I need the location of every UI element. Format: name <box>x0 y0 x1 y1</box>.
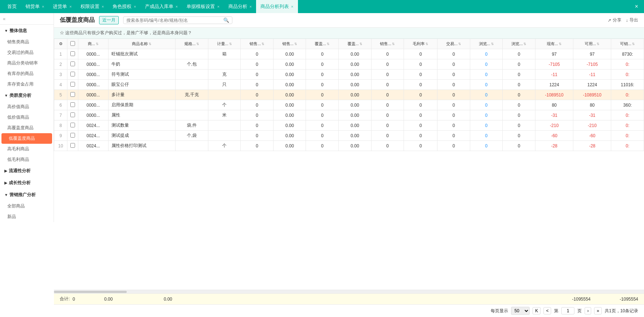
sidebar-section-cluster[interactable]: ▼ 类群度分析 <box>0 90 54 102</box>
nav-tab-analysis-list[interactable]: 商品分析列表 × <box>256 0 298 13</box>
row-c2: 0.00 <box>338 70 371 80</box>
row-browse1[interactable]: 0 <box>470 70 503 80</box>
row-s1: 0 <box>241 141 274 151</box>
table-row: 1 0000... 旺铺批次测试 箱 0 0.00 0 0.00 0 0 0 0… <box>54 49 644 59</box>
table-row: 5 0000... 多计量 克,千克 0 0.00 0 0.00 0 0 0 0… <box>54 90 644 100</box>
table-row: 4 0000... 眼宝公仔 只 0 0.00 0 0.00 0 0 0 0 0… <box>54 80 644 90</box>
sidebar-section-circulation[interactable]: ▶ 流通性分析 <box>0 165 54 177</box>
sidebar-item-new-goods[interactable]: 新品 <box>0 211 54 222</box>
nav-tab-purchase[interactable]: 进货单 × <box>48 0 76 13</box>
page-number-input[interactable] <box>561 307 574 314</box>
checkbox-header[interactable] <box>67 39 78 49</box>
close-icon[interactable]: × <box>176 4 178 9</box>
row-stock1: -1089510 <box>535 90 573 100</box>
row-checkbox[interactable] <box>67 100 78 110</box>
nav-tab-roles[interactable]: 角色授权 × <box>108 0 140 13</box>
table-footer: 合计: 0 0.00 0.00 -1095554 -1095554 <box>54 293 644 304</box>
scroll-thumb[interactable] <box>54 291 127 293</box>
export-icon: ↓ <box>626 18 628 23</box>
row-browse1[interactable]: 0 <box>470 131 503 141</box>
horizontal-scrollbar[interactable] <box>54 290 644 293</box>
row-checkbox[interactable] <box>67 120 78 131</box>
row-checkbox[interactable] <box>67 131 78 141</box>
nav-tab-home[interactable]: 首页 <box>3 0 21 13</box>
row-checkbox[interactable] <box>67 80 78 90</box>
close-icon[interactable]: × <box>42 4 44 9</box>
row-stock2: 80 <box>573 100 611 110</box>
sidebar-section-marketing[interactable]: ▼ 营销推广分析 <box>0 189 54 201</box>
settings-header[interactable]: ⚙ <box>54 39 67 49</box>
row-browse1[interactable]: 0 <box>470 141 503 151</box>
row-stock1: 1224 <box>535 80 573 90</box>
close-icon[interactable]: × <box>291 4 293 9</box>
search-input[interactable] <box>126 18 223 23</box>
row-spec: 克,千克 <box>176 90 208 100</box>
sidebar-item-high-margin[interactable]: 高毛利商品 <box>0 144 54 154</box>
table-row: 6 0000... 启用保质期 个 0 0.00 0 0.00 0 0 0 0 … <box>54 100 644 110</box>
select-all-checkbox[interactable] <box>70 41 75 46</box>
row-checkbox[interactable] <box>67 141 78 151</box>
row-browse2: 0 <box>503 90 535 100</box>
sidebar-item-traded-goods[interactable]: 交易过的商品 <box>0 47 54 58</box>
next-page-button[interactable]: › <box>585 307 591 314</box>
row-stock2: -1089510 <box>573 90 611 100</box>
close-icon[interactable]: × <box>69 4 71 9</box>
row-checkbox[interactable] <box>67 90 78 100</box>
row-spec <box>176 141 208 151</box>
row-checkbox[interactable] <box>67 70 78 80</box>
sidebar-item-low-value[interactable]: 低价值商品 <box>0 112 54 123</box>
nav-tab-permissions[interactable]: 权限设置 × <box>76 0 108 13</box>
sidebar-section-overall[interactable]: ▼ 整体信息 <box>0 25 54 37</box>
row-browse2: 0 <box>503 49 535 59</box>
sidebar-item-low-coverage[interactable]: 低覆盖度商品 <box>1 133 52 144</box>
last-page-button[interactable]: » <box>594 307 602 314</box>
row-browse1[interactable]: 0 <box>470 59 503 70</box>
row-profit: 0 <box>404 120 437 131</box>
sidebar-item-all-goods[interactable]: 全部商品 <box>0 201 54 211</box>
nav-tab-warehouse[interactable]: 产成品入库单 × <box>141 0 182 13</box>
sidebar-item-stock-capital[interactable]: 库存资金占用 <box>0 79 54 90</box>
close-all-button[interactable]: × <box>632 3 641 10</box>
nav-tab-template[interactable]: 单据模板设置 × <box>182 0 224 13</box>
sidebar-collapse-button[interactable]: « <box>0 13 54 25</box>
per-page-label: 每页显示 <box>491 308 508 314</box>
row-checkbox[interactable] <box>67 49 78 59</box>
row-number: 3 <box>54 70 67 80</box>
row-unit <box>208 90 241 100</box>
row-browse1[interactable]: 0 <box>470 49 503 59</box>
sidebar-section-growth[interactable]: ▶ 成长性分析 <box>0 177 54 189</box>
row-s2: 0.00 <box>273 59 306 70</box>
sidebar-item-category-rate[interactable]: 商品分类动销率 <box>0 58 54 68</box>
sidebar-item-low-margin[interactable]: 低毛利商品 <box>0 154 54 165</box>
row-s1: 0 <box>241 59 274 70</box>
products-table: ⚙ 商...⇅ 商品名称⇅ 规格...⇅ 计量...⇅ 销售...⇅ 销售...… <box>54 39 644 151</box>
per-page-select[interactable]: 50 20 100 <box>511 307 530 315</box>
row-browse1[interactable]: 0 <box>470 110 503 120</box>
row-code: 0024... <box>78 120 109 131</box>
row-checkbox[interactable] <box>67 59 78 70</box>
close-icon[interactable]: × <box>102 4 104 9</box>
row-browse1[interactable]: 0 <box>470 90 503 100</box>
row-browse1[interactable]: 0 <box>470 120 503 131</box>
close-icon[interactable]: × <box>217 4 219 9</box>
row-browse1[interactable]: 0 <box>470 80 503 90</box>
table-wrapper[interactable]: ⚙ 商...⇅ 商品名称⇅ 规格...⇅ 计量...⇅ 销售...⇅ 销售...… <box>54 39 644 290</box>
sidebar-item-stocked-goods[interactable]: 有库存的商品 <box>0 68 54 79</box>
nav-tab-analysis[interactable]: 商品分析 × <box>224 0 256 13</box>
row-checkbox[interactable] <box>67 110 78 120</box>
sidebar-item-high-coverage[interactable]: 高覆盖度商品 <box>0 123 54 133</box>
prev-page-button[interactable]: < <box>543 307 551 314</box>
close-icon[interactable]: × <box>250 4 252 9</box>
close-icon[interactable]: × <box>134 4 136 9</box>
search-icon[interactable]: 🔍 <box>223 17 229 23</box>
col-trade: 交易...⇅ <box>437 39 470 49</box>
sidebar-item-high-value[interactable]: 高价值商品 <box>0 102 54 112</box>
first-page-button[interactable]: K <box>533 307 541 314</box>
nav-tab-sales[interactable]: 销货单 × <box>21 0 48 13</box>
export-button[interactable]: ↓ 导出 <box>626 17 638 23</box>
sidebar-item-sales-goods[interactable]: 销售类商品 <box>0 37 54 47</box>
row-browse1[interactable]: 0 <box>470 100 503 110</box>
time-filter-button[interactable]: 近一月 <box>99 16 119 24</box>
share-button[interactable]: ↗ 分享 <box>608 17 621 23</box>
top-navigation: 首页 销货单 × 进货单 × 权限设置 × 角色授权 × 产成品入库单 × 单据… <box>0 0 644 13</box>
